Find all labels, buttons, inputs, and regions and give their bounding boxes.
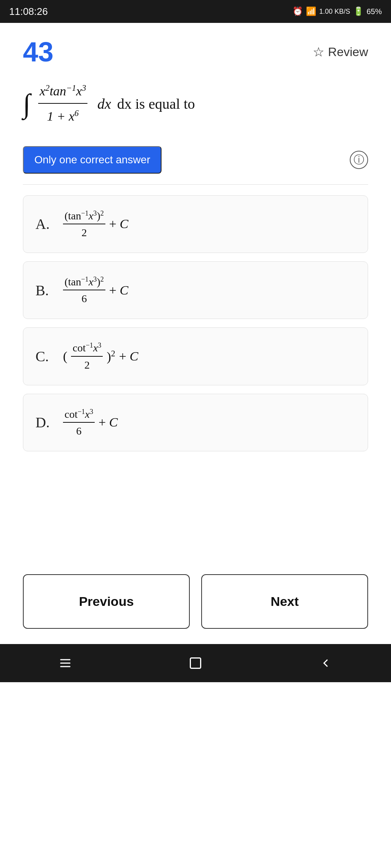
option-a-numerator: (tan−1x3)2 bbox=[63, 209, 105, 224]
option-b-label: B. bbox=[36, 282, 51, 299]
option-d-label: D. bbox=[36, 414, 51, 431]
option-d-fraction: cot−1x3 6 bbox=[63, 408, 95, 437]
option-b-fraction: (tan−1x3)2 6 bbox=[63, 275, 105, 305]
alarm-icon: ⏰ bbox=[292, 6, 303, 16]
option-c-fraction: cot−1x3 2 bbox=[71, 341, 103, 371]
option-d-plus-c: + C bbox=[99, 415, 118, 430]
option-c-paren-left: ( bbox=[63, 349, 67, 364]
main-content: 43 ☆ Review ∫ x2tan−1x3 1 + x6 dx dx is … bbox=[0, 23, 391, 551]
signal-icon: 📶 bbox=[306, 6, 316, 16]
divider bbox=[23, 184, 368, 185]
back-icon[interactable] bbox=[319, 656, 333, 670]
menu-icon[interactable] bbox=[58, 656, 72, 670]
option-d-math: cot−1x3 6 + C bbox=[63, 408, 118, 437]
option-c-denominator: 2 bbox=[83, 358, 91, 371]
previous-button[interactable]: Previous bbox=[23, 574, 190, 629]
home-icon[interactable] bbox=[189, 656, 202, 670]
integral-symbol: ∫ bbox=[23, 93, 31, 115]
question-header: 43 ☆ Review bbox=[23, 38, 368, 66]
option-b[interactable]: B. (tan−1x3)2 6 + C bbox=[23, 261, 368, 319]
badge-row: Only one correct answer ⓘ bbox=[23, 146, 368, 174]
next-button[interactable]: Next bbox=[201, 574, 368, 629]
data-speed: 1.00 KB/S bbox=[319, 8, 350, 16]
option-a[interactable]: A. (tan−1x3)2 2 + C bbox=[23, 195, 368, 253]
question-number: 43 bbox=[23, 38, 53, 66]
battery-percent: 65% bbox=[367, 7, 382, 16]
status-bar: 11:08:26 ⏰ 📶 1.00 KB/S 🔋 65% bbox=[0, 0, 391, 23]
option-d[interactable]: D. cot−1x3 6 + C bbox=[23, 394, 368, 451]
option-c-paren-right: )2 bbox=[107, 349, 115, 364]
fraction-denominator: 1 + x6 bbox=[45, 105, 80, 127]
option-a-plus-c: + C bbox=[109, 217, 128, 231]
status-icons: ⏰ 📶 1.00 KB/S 🔋 65% bbox=[292, 6, 382, 16]
option-a-math: (tan−1x3)2 2 + C bbox=[63, 209, 128, 239]
option-a-label: A. bbox=[36, 216, 51, 232]
svg-rect-0 bbox=[60, 659, 70, 660]
is-equal-text: dx is equal to bbox=[117, 92, 195, 116]
nav-buttons: Previous Next bbox=[0, 551, 391, 644]
question-fraction: x2tan−1x3 1 + x6 bbox=[38, 81, 88, 127]
question-math: ∫ x2tan−1x3 1 + x6 dx dx is equal to bbox=[23, 81, 368, 127]
svg-rect-3 bbox=[190, 658, 200, 668]
option-c-plus-c: + C bbox=[119, 349, 138, 364]
option-c-label: C. bbox=[36, 348, 51, 365]
status-time: 11:08:26 bbox=[9, 6, 48, 18]
option-a-denominator: 2 bbox=[80, 225, 88, 239]
battery-icon: 🔋 bbox=[353, 6, 364, 16]
bottom-nav-bar bbox=[0, 644, 391, 682]
option-b-math: (tan−1x3)2 6 + C bbox=[63, 275, 128, 305]
fraction-numerator: x2tan−1x3 bbox=[38, 81, 88, 104]
option-b-denominator: 6 bbox=[80, 291, 88, 305]
option-c-numerator: cot−1x3 bbox=[71, 341, 103, 356]
option-a-fraction: (tan−1x3)2 2 bbox=[63, 209, 105, 239]
option-c[interactable]: C. ( cot−1x3 2 )2 + C bbox=[23, 327, 368, 385]
option-d-numerator: cot−1x3 bbox=[63, 408, 95, 423]
star-icon: ☆ bbox=[313, 44, 324, 60]
option-b-numerator: (tan−1x3)2 bbox=[63, 275, 105, 290]
review-button[interactable]: ☆ Review bbox=[313, 44, 368, 60]
only-one-badge[interactable]: Only one correct answer bbox=[23, 146, 162, 174]
option-b-plus-c: + C bbox=[109, 283, 128, 298]
dx-text: dx bbox=[94, 92, 111, 116]
option-c-math: ( cot−1x3 2 )2 + C bbox=[63, 341, 138, 371]
spacer bbox=[23, 460, 368, 536]
svg-rect-1 bbox=[60, 663, 70, 664]
svg-rect-2 bbox=[60, 666, 70, 667]
review-label: Review bbox=[328, 45, 368, 59]
option-d-denominator: 6 bbox=[75, 424, 83, 437]
info-icon[interactable]: ⓘ bbox=[350, 151, 368, 169]
